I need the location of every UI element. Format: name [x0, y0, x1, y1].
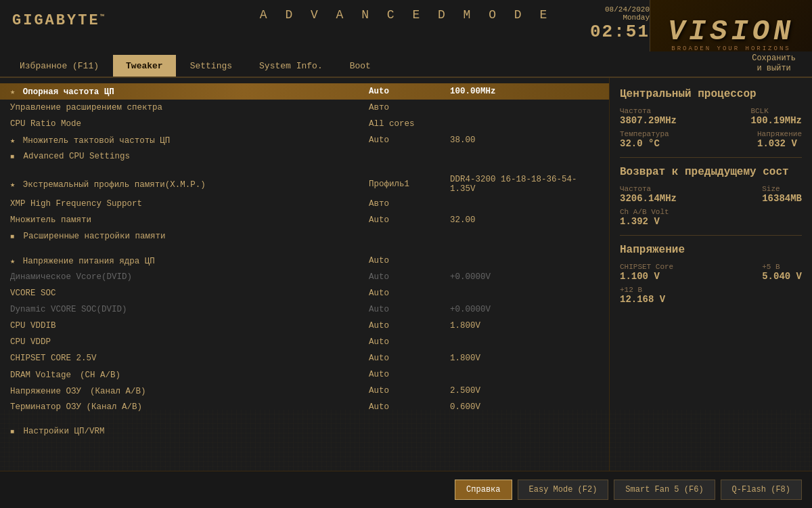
bclk-value: 100.19MHz: [750, 115, 802, 126]
bclk-col: BCLK 100.19MHz: [750, 107, 802, 126]
bclk-label: BCLK: [750, 107, 802, 115]
mem-freq-row: Частота 3206.14MHz Size 16384MB: [620, 185, 802, 204]
easy-mode-button[interactable]: Easy Mode (F2): [518, 480, 609, 500]
star-icon: ★: [10, 87, 15, 97]
mem-size-label: Size: [762, 185, 802, 193]
sep-1: [620, 157, 802, 158]
setting-row-adv-cpu[interactable]: ■ Advanced CPU Settings: [0, 148, 609, 165]
plus5-value: 5.040 V: [762, 271, 802, 282]
date-value: 08/24/2020: [605, 5, 650, 14]
tab-boot[interactable]: Boot: [337, 55, 384, 77]
smart-fan-button[interactable]: Smart Fan 5 (F6): [614, 480, 715, 500]
sep-2: [620, 235, 802, 236]
setting-row-ratio-mode[interactable]: CPU Ratio Mode All cores: [0, 116, 609, 132]
setting-row-cpu-vddp[interactable]: CPU VDDP Auto: [0, 334, 609, 350]
plus12-value: 12.168 V: [620, 294, 802, 305]
mem-volt-label: Ch A/B Volt: [620, 208, 802, 216]
temp-label: Температура: [620, 130, 669, 138]
setting-row-vcore-soc[interactable]: VCORE SOC Auto: [0, 285, 609, 301]
time-display: 02:51: [590, 22, 650, 42]
plus12-label: +12 В: [620, 286, 802, 294]
mem-size-col: Size 16384MB: [762, 185, 802, 204]
voltage-section-title: Напряжение: [620, 244, 802, 256]
setting-row-spread[interactable]: Управление расширением спектра Авто: [0, 100, 609, 116]
date-display: 08/24/2020 Monday: [590, 5, 650, 22]
mem-freq-col: Частота 3206.14MHz: [620, 185, 677, 204]
setting-row-cpu-volt[interactable]: ★ Напряжение питания ядра ЦП Auto: [0, 253, 609, 269]
spacer-1: [0, 165, 609, 173]
cpu-freq-label: Частота: [620, 107, 677, 115]
chipset-label: CHIPSET Core: [620, 263, 673, 271]
setting-row-xmp-freq[interactable]: XMP High Frequency Support Авто: [0, 196, 609, 212]
datetime: 08/24/2020 Monday 02:51: [590, 5, 650, 42]
chipset-value: 1.100 V: [620, 271, 673, 282]
main-content: ★ Опорная частота ЦП Auto 100.00MHz Упра…: [0, 78, 609, 471]
temp-col: Температура 32.0 °C: [620, 130, 669, 149]
mem-freq-value: 3206.14MHz: [620, 193, 677, 204]
setting-row-cpu-vrm[interactable]: ■ Настройки ЦП/VRM: [0, 423, 609, 440]
gigabyte-logo: GIGABYTE™: [12, 12, 106, 29]
cpu-freq-value: 3807.29MHz: [620, 115, 677, 126]
setting-row-ram-volt[interactable]: Напряжение ОЗУ (Канал A/B) Auto 2.500V: [0, 383, 609, 399]
cpu-section-title: Центральный процессор: [620, 88, 802, 100]
spacer-3: [0, 415, 609, 423]
mem-size-value: 16384MB: [762, 193, 802, 204]
voltage-label: Напряжение: [757, 130, 802, 138]
setting-row-dyn-vcore-soc[interactable]: Dynamic VCORE SOC(DVID) Auto +0.0000V: [0, 301, 609, 318]
setting-row-dram-volt[interactable]: DRAM Voltage (CH A/B) Auto: [0, 366, 609, 383]
volt-chipset-row: CHIPSET Core 1.100 V +5 В 5.040 V: [620, 263, 802, 282]
spacer-2: [0, 245, 609, 253]
star-icon-4: ★: [10, 257, 15, 266]
trademark: ™: [100, 14, 106, 21]
voltage-value: 1.032 V: [757, 138, 802, 149]
cpu-temp-row: Температура 32.0 °C Напряжение 1.032 V: [620, 130, 802, 149]
tab-izbrannoye[interactable]: Избранное (F11): [7, 55, 112, 77]
setting-row-dyn-vcore[interactable]: Динамическое Vcore(DVID) Auto +0.0000V: [0, 269, 609, 285]
plus12-row: +12 В 12.168 V: [620, 286, 802, 305]
mem-freq-label: Частота: [620, 185, 677, 193]
bullet-icon-2: ■: [10, 233, 14, 240]
tab-settings[interactable]: Settings: [177, 55, 245, 77]
help-button[interactable]: Справка: [455, 480, 512, 500]
setting-row-adv-mem[interactable]: ■ Расширенные настройки памяти: [0, 228, 609, 245]
advanced-mode-title: A D V A N C E D M O D E: [260, 8, 552, 22]
bullet-icon-3: ■: [10, 428, 14, 436]
cpu-freq-col: Частота 3807.29MHz: [620, 107, 677, 126]
voltage-col: Напряжение 1.032 V: [757, 130, 802, 149]
vision-text: VISION: [668, 16, 794, 48]
setting-row-cpu-freq[interactable]: ★ Опорная частота ЦП Auto 100.00MHz: [0, 83, 609, 100]
bottom-bar: Справка Easy Mode (F2) Smart Fan 5 (F6) …: [0, 471, 812, 508]
qflash-button[interactable]: Q-Flash (F8): [721, 480, 802, 500]
plus5-label: +5 В: [762, 263, 802, 271]
setting-row-mem-mult[interactable]: Множитель памяти Auto 32.00: [0, 212, 609, 228]
star-icon-2: ★: [10, 136, 15, 146]
right-panel: Центральный процессор Частота 3807.29MHz…: [609, 78, 812, 471]
header: GIGABYTE™ A D V A N C E D M O D E 08/24/…: [0, 0, 812, 78]
tab-tweaker[interactable]: Tweaker: [113, 55, 176, 77]
nav-underline: [0, 77, 812, 77]
plus5-col: +5 В 5.040 V: [762, 263, 802, 282]
nav-tabs: Избранное (F11) Tweaker Settings System …: [0, 51, 812, 77]
bullet-icon: ■: [10, 153, 14, 161]
temp-value: 32.0 °C: [620, 138, 669, 149]
setting-row-ram-term[interactable]: Терминатор ОЗУ (Канал A/B) Auto 0.600V: [0, 399, 609, 415]
mem-volt-row: Ch A/B Volt 1.392 V: [620, 208, 802, 227]
mem-volt-value: 1.392 V: [620, 216, 802, 227]
star-icon-3: ★: [10, 180, 15, 190]
setting-row-cpu-vddib[interactable]: CPU VDDIB Auto 1.800V: [0, 318, 609, 334]
chipset-volt-col: CHIPSET Core 1.100 V: [620, 263, 673, 282]
setting-row-xmp[interactable]: ★ Экстремальный профиль памяти(X.M.P.) П…: [0, 173, 609, 196]
setting-row-multiplier[interactable]: ★ Множитель тактовой частоты ЦП Auto 38.…: [0, 132, 609, 148]
setting-row-chipset-core[interactable]: CHIPSET CORE 2.5V Auto 1.800V: [0, 350, 609, 366]
day-value: Monday: [623, 14, 650, 22]
save-exit-button[interactable]: Сохранитьи выйти: [742, 49, 805, 77]
cpu-freq-row: Частота 3807.29MHz BCLK 100.19MHz: [620, 107, 802, 126]
memory-section-title: Возврат к предыдущему сост: [620, 166, 802, 178]
logo-text: GIGABYTE: [12, 12, 100, 29]
tab-system-info[interactable]: System Info.: [246, 55, 336, 77]
